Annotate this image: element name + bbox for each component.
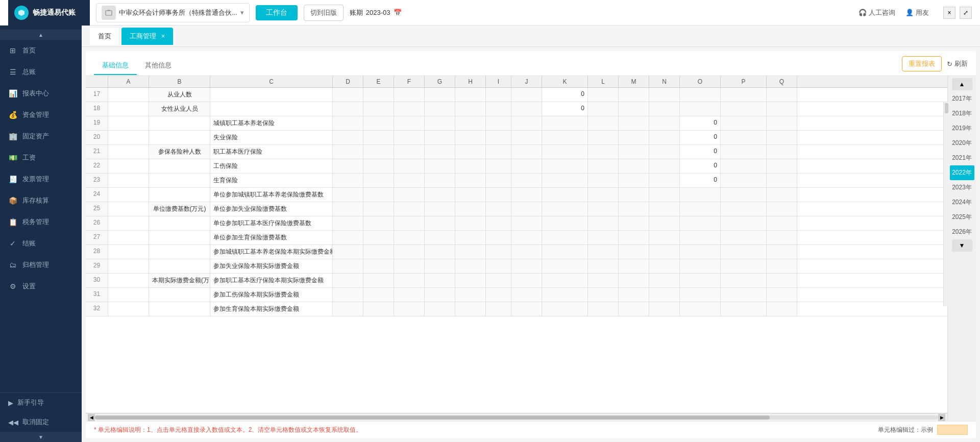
cell-21-c[interactable]: 职工基本医疗保险 — [210, 145, 333, 159]
cell-25-a[interactable] — [108, 202, 149, 216]
cell-17-a[interactable] — [108, 88, 149, 102]
cell-21-l[interactable] — [588, 145, 619, 159]
cell-31-p[interactable] — [721, 288, 767, 302]
year-item-2023[interactable]: 2023年 — [950, 180, 974, 195]
cell-23-q[interactable] — [767, 174, 797, 187]
cell-18-k[interactable]: 0 — [542, 102, 588, 116]
cell-18-n[interactable] — [649, 102, 680, 116]
cell-28-d[interactable] — [333, 245, 363, 259]
cell-21-h[interactable] — [455, 145, 486, 159]
cell-19-q[interactable] — [767, 116, 797, 130]
cell-19-i[interactable] — [486, 116, 511, 130]
cell-25-o[interactable] — [680, 202, 721, 216]
cell-25-n[interactable] — [649, 202, 680, 216]
cell-24-c[interactable]: 单位参加城镇职工基本养老保险缴费基数 — [210, 188, 333, 202]
cell-21-e[interactable] — [363, 145, 394, 159]
cell-29-c[interactable]: 参加失业保险本期实际缴费金额 — [210, 259, 333, 273]
cell-23-o[interactable]: 0 — [680, 174, 721, 187]
switch-version-button[interactable]: 切到旧版 — [304, 5, 344, 21]
cell-25-q[interactable] — [767, 202, 797, 216]
h-scroll-left-btn[interactable]: ◀ — [88, 414, 95, 421]
cell-22-q[interactable] — [767, 159, 797, 173]
cell-30-e[interactable] — [363, 274, 394, 287]
cell-22-j[interactable] — [511, 159, 542, 173]
cell-26-g[interactable] — [425, 216, 455, 230]
cell-23-l[interactable] — [588, 174, 619, 187]
cell-17-e[interactable] — [363, 88, 394, 102]
cell-22-o[interactable]: 0 — [680, 159, 721, 173]
cell-23-c[interactable]: 生育保险 — [210, 174, 333, 187]
cell-28-b[interactable] — [149, 245, 210, 259]
cell-31-q[interactable] — [767, 288, 797, 302]
cell-27-o[interactable] — [680, 231, 721, 244]
cell-25-f[interactable] — [394, 202, 425, 216]
cell-20-f[interactable] — [394, 131, 425, 144]
cell-32-m[interactable] — [619, 302, 649, 316]
reset-report-button[interactable]: 重置报表 — [902, 56, 942, 71]
cell-30-c[interactable]: 参加职工基本医疗保险本期实际缴费金额 — [210, 274, 333, 287]
cell-17-g[interactable] — [425, 88, 455, 102]
year-item-2026[interactable]: 2026年 — [950, 225, 974, 239]
cell-28-f[interactable] — [394, 245, 425, 259]
cell-32-n[interactable] — [649, 302, 680, 316]
cell-18-h[interactable] — [455, 102, 486, 116]
cell-17-k[interactable]: 0 — [542, 88, 588, 102]
cell-24-a[interactable] — [108, 188, 149, 202]
cell-21-p[interactable] — [721, 145, 767, 159]
cell-27-j[interactable] — [511, 231, 542, 244]
cell-25-e[interactable] — [363, 202, 394, 216]
cell-24-e[interactable] — [363, 188, 394, 202]
close-window-button[interactable]: × — [943, 7, 955, 19]
sidebar-item-new-guide[interactable]: ▶ 新手引导 — [0, 393, 82, 412]
cell-20-c[interactable]: 失业保险 — [210, 131, 333, 144]
h-scroll-area[interactable]: ◀ ▶ — [86, 413, 947, 421]
cell-29-f[interactable] — [394, 259, 425, 273]
cell-29-k[interactable] — [542, 259, 588, 273]
cell-24-o[interactable] — [680, 188, 721, 202]
cell-23-g[interactable] — [425, 174, 455, 187]
cell-19-j[interactable] — [511, 116, 542, 130]
cell-27-k[interactable] — [542, 231, 588, 244]
cell-25-k[interactable] — [542, 202, 588, 216]
cell-29-p[interactable] — [721, 259, 767, 273]
cell-22-k[interactable] — [542, 159, 588, 173]
cell-22-l[interactable] — [588, 159, 619, 173]
sidebar-item-invoice-mgmt[interactable]: 🧾 发票管理 — [0, 168, 82, 190]
cell-19-f[interactable] — [394, 116, 425, 130]
cell-20-m[interactable] — [619, 131, 649, 144]
cell-22-f[interactable] — [394, 159, 425, 173]
cell-26-d[interactable] — [333, 216, 363, 230]
cell-30-n[interactable] — [649, 274, 680, 287]
year-item-2022[interactable]: 2022年 — [950, 165, 974, 180]
cell-26-i[interactable] — [486, 216, 511, 230]
cell-25-g[interactable] — [425, 202, 455, 216]
company-selector[interactable]: 中审众环会计师事务所（特殊普通合伙... ▾ — [96, 3, 250, 22]
cell-32-k[interactable] — [542, 302, 588, 316]
v-scrollbar[interactable] — [943, 102, 947, 306]
cell-22-n[interactable] — [649, 159, 680, 173]
cell-22-i[interactable] — [486, 159, 511, 173]
cell-27-l[interactable] — [588, 231, 619, 244]
cell-17-f[interactable] — [394, 88, 425, 102]
cell-22-b[interactable] — [149, 159, 210, 173]
cell-19-a[interactable] — [108, 116, 149, 130]
sidebar-item-general-ledger[interactable]: ☰ 总账 — [0, 61, 82, 83]
cell-31-j[interactable] — [511, 288, 542, 302]
cell-23-a[interactable] — [108, 174, 149, 187]
cell-22-a[interactable] — [108, 159, 149, 173]
cell-28-k[interactable] — [542, 245, 588, 259]
cell-30-d[interactable] — [333, 274, 363, 287]
cell-31-m[interactable] — [619, 288, 649, 302]
cell-20-h[interactable] — [455, 131, 486, 144]
cell-20-o[interactable]: 0 — [680, 131, 721, 144]
cell-18-m[interactable] — [619, 102, 649, 116]
sidebar-item-tax-mgmt[interactable]: 📋 税务管理 — [0, 211, 82, 233]
sidebar-scroll-up[interactable]: ▲ — [0, 30, 82, 40]
cell-24-q[interactable] — [767, 188, 797, 202]
cell-18-c[interactable] — [210, 102, 333, 116]
cell-17-d[interactable] — [333, 88, 363, 102]
cell-26-c[interactable]: 单位参加职工基本医疗保险缴费基数 — [210, 216, 333, 230]
cell-31-c[interactable]: 参加工伤保险本期实际缴费金额 — [210, 288, 333, 302]
cell-25-j[interactable] — [511, 202, 542, 216]
cell-24-p[interactable] — [721, 188, 767, 202]
